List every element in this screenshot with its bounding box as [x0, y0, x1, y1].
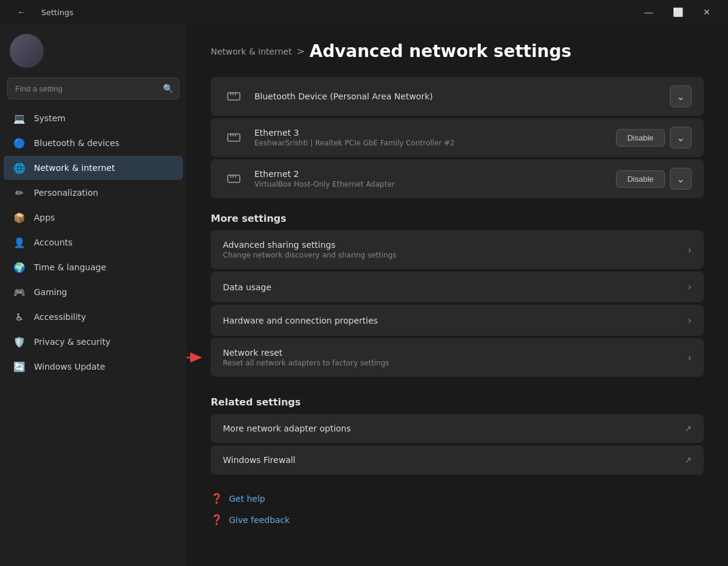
sidebar-item-privacy[interactable]: 🛡️ Privacy & security: [4, 330, 183, 354]
time-icon: 🌍: [13, 261, 25, 273]
minimize-button[interactable]: —: [635, 3, 663, 21]
sidebar-item-label-personalization: Personalization: [34, 188, 98, 198]
settings-row-desc-network-reset: Reset all network adapters to factory se…: [223, 359, 681, 367]
sidebar-nav: 💻 System 🔵 Bluetooth & devices 🌐 Network…: [0, 105, 187, 379]
external-link-icon-more-adapter-options: ↗: [684, 424, 692, 433]
sidebar-item-bluetooth[interactable]: 🔵 Bluetooth & devices: [4, 131, 183, 155]
chevron-right-icon-hw-connection: ›: [688, 315, 692, 326]
more-settings-section: More settings Advanced sharing settings …: [187, 201, 728, 377]
app-container: 🔍 💻 System 🔵 Bluetooth & devices 🌐 Netwo…: [0, 24, 728, 566]
related-row-title-windows-firewall: Windows Firewall: [223, 455, 677, 465]
disable-button-1[interactable]: Disable: [616, 129, 665, 147]
more-settings-row-network-reset[interactable]: Network reset Reset all network adapters…: [211, 338, 704, 377]
sidebar-item-personalization[interactable]: ✏️ Personalization: [4, 181, 183, 205]
adapter-card-1: Ethernet 3 EeshwarSrishti | Realtek PCIe…: [211, 118, 704, 157]
system-icon: 💻: [13, 112, 25, 124]
update-icon: 🔄: [13, 361, 25, 373]
more-settings-list: Advanced sharing settings Change network…: [187, 230, 728, 377]
help-label-give-feedback: Give feedback: [229, 515, 290, 525]
adapter-info-1: Ethernet 3 EeshwarSrishti | Realtek PCIe…: [254, 128, 606, 147]
titlebar-title: Settings: [41, 8, 73, 17]
back-button[interactable]: ←: [7, 3, 35, 21]
adapter-detail-2: VirtualBox Host-Only Ethernet Adapter: [254, 180, 606, 188]
help-section: ❓ Get help ❓ Give feedback: [187, 477, 728, 529]
maximize-button[interactable]: ⬜: [664, 3, 692, 21]
sidebar-item-system[interactable]: 💻 System: [4, 106, 183, 130]
adapter-actions-1: Disable ⌄: [616, 127, 692, 148]
network-icon: 🌐: [13, 162, 25, 174]
sidebar-search-container: 🔍: [7, 78, 179, 99]
apps-icon: 📦: [13, 211, 25, 224]
more-settings-row-advanced-sharing[interactable]: Advanced sharing settings Change network…: [211, 230, 704, 269]
gaming-icon: 🎮: [13, 286, 25, 298]
settings-row-desc-advanced-sharing: Change network discovery and sharing set…: [223, 251, 681, 259]
expand-button-1[interactable]: ⌄: [670, 127, 692, 148]
help-item-get-help[interactable]: ❓ Get help: [211, 489, 704, 508]
sidebar-item-label-system: System: [34, 113, 65, 123]
adapter-name-2: Ethernet 2: [254, 169, 606, 179]
adapter-detail-1: EeshwarSrishti | Realtek PCIe GbE Family…: [254, 139, 606, 147]
help-icon-get-help: ❓: [211, 493, 223, 504]
titlebar-left: ← Settings: [7, 3, 73, 21]
settings-row-title-hw-connection: Hardware and connection properties: [223, 316, 681, 325]
titlebar: ← Settings — ⬜ ✕: [0, 0, 728, 24]
related-row-content-windows-firewall: Windows Firewall: [223, 455, 677, 465]
sidebar-item-accounts[interactable]: 👤 Accounts: [4, 230, 183, 255]
sidebar-item-label-apps: Apps: [34, 213, 55, 222]
search-input[interactable]: [7, 78, 179, 99]
svg-rect-0: [228, 93, 240, 100]
sidebar-item-label-bluetooth: Bluetooth & devices: [34, 138, 119, 148]
related-row-title-more-adapter-options: More network adapter options: [223, 424, 677, 433]
external-link-icon-windows-firewall: ↗: [684, 455, 692, 465]
related-settings-row-more-adapter-options[interactable]: More network adapter options ↗: [211, 414, 704, 443]
more-settings-row-data-usage[interactable]: Data usage ›: [211, 271, 704, 302]
privacy-icon: 🛡️: [13, 336, 25, 348]
disable-button-2[interactable]: Disable: [616, 170, 665, 188]
adapter-card-0: Bluetooth Device (Personal Area Network)…: [211, 77, 704, 116]
adapter-info-0: Bluetooth Device (Personal Area Network): [254, 92, 660, 101]
help-icon-give-feedback: ❓: [211, 514, 223, 525]
more-settings-row-hw-connection[interactable]: Hardware and connection properties ›: [211, 305, 704, 336]
breadcrumb-separator: >: [297, 45, 305, 57]
more-settings-heading: More settings: [187, 201, 728, 230]
close-button[interactable]: ✕: [693, 3, 721, 21]
expand-button-2[interactable]: ⌄: [670, 168, 692, 190]
related-settings-section: Related settings More network adapter op…: [187, 384, 728, 474]
adapter-icon-1: [223, 127, 245, 148]
breadcrumb-parent: Network & internet: [211, 47, 292, 56]
expand-button-0[interactable]: ⌄: [670, 85, 692, 107]
sidebar: 🔍 💻 System 🔵 Bluetooth & devices 🌐 Netwo…: [0, 24, 187, 566]
adapters-section: Bluetooth Device (Personal Area Network)…: [187, 77, 728, 198]
bluetooth-icon: 🔵: [13, 137, 25, 149]
adapter-icon-2: [223, 168, 245, 190]
related-settings-row-windows-firewall[interactable]: Windows Firewall ↗: [211, 445, 704, 474]
sidebar-item-time[interactable]: 🌍 Time & language: [4, 255, 183, 279]
settings-row-title-network-reset: Network reset: [223, 348, 681, 358]
adapter-actions-0: ⌄: [670, 85, 692, 107]
sidebar-item-label-gaming: Gaming: [34, 287, 67, 297]
sidebar-item-label-privacy: Privacy & security: [34, 337, 110, 347]
sidebar-item-network[interactable]: 🌐 Network & internet: [4, 156, 183, 180]
related-row-content-more-adapter-options: More network adapter options: [223, 424, 677, 433]
settings-row-title-advanced-sharing: Advanced sharing settings: [223, 240, 681, 250]
settings-row-content-data-usage: Data usage: [223, 282, 681, 292]
content-area: Network & internet > Advanced network se…: [187, 24, 728, 566]
ethernet-icon: [227, 89, 241, 104]
sidebar-item-update[interactable]: 🔄 Windows Update: [4, 355, 183, 379]
adapter-icon-0: [223, 85, 245, 107]
related-settings-heading: Related settings: [187, 384, 728, 414]
accounts-icon: 👤: [13, 236, 25, 248]
settings-row-content-hw-connection: Hardware and connection properties: [223, 316, 681, 325]
search-icon: 🔍: [163, 84, 173, 93]
sidebar-item-accessibility[interactable]: ♿ Accessibility: [4, 305, 183, 329]
page-title: Advanced network settings: [309, 41, 571, 61]
sidebar-item-gaming[interactable]: 🎮 Gaming: [4, 280, 183, 304]
personalization-icon: ✏️: [13, 187, 25, 199]
help-label-get-help: Get help: [229, 494, 265, 504]
breadcrumb: Network & internet > Advanced network se…: [211, 41, 704, 61]
sidebar-item-apps[interactable]: 📦 Apps: [4, 205, 183, 230]
adapter-name-0: Bluetooth Device (Personal Area Network): [254, 92, 660, 101]
adapter-name-1: Ethernet 3: [254, 128, 606, 138]
sidebar-item-label-accessibility: Accessibility: [34, 312, 86, 322]
help-item-give-feedback[interactable]: ❓ Give feedback: [211, 510, 704, 529]
